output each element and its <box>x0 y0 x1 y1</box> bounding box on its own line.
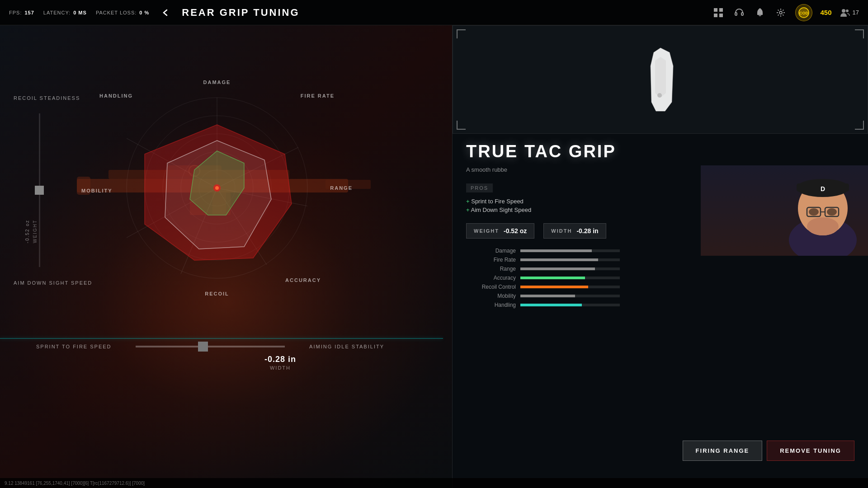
stat-bar-fill <box>520 267 595 270</box>
stat-bar-row: Recoil Control <box>466 284 854 290</box>
back-button[interactable] <box>158 5 173 20</box>
stat-bar-label: Recoil Control <box>466 284 516 290</box>
main-content: RECOIL STEADINESS -0.52 oz WEIGHT AIM DO… <box>0 25 452 488</box>
recoil-steadiness-section: RECOIL STEADINESS <box>14 95 80 101</box>
fps-stat: FPS: 157 <box>9 10 34 15</box>
fps-value: 157 <box>24 10 34 15</box>
svg-rect-1 <box>719 8 723 12</box>
firing-range-button[interactable]: FIRING RANGE <box>683 441 763 461</box>
debug-coords: 9.12 13849161 [76,255,1740,41] [7000][6]… <box>5 481 145 486</box>
latency-value: 0 MS <box>73 10 87 15</box>
section-divider <box>0 338 443 339</box>
weight-label-vertical: WEIGHT <box>33 220 38 243</box>
svg-point-45 <box>809 208 819 216</box>
grip-svg-icon <box>633 43 688 116</box>
stat-bar-fill <box>520 295 575 297</box>
stat-bar-row: Range <box>466 266 854 272</box>
stat-bar-row: Fire Rate <box>466 257 854 263</box>
svg-text:COD: COD <box>799 11 809 15</box>
width-slider-thumb[interactable] <box>198 342 208 352</box>
weight-label-text: WEIGHT <box>33 220 38 243</box>
aim-down-sight-section: AIM DOWN SIGHT SPEED <box>14 280 92 286</box>
aiming-idle-label: AIMING IDLE STABILITY <box>294 344 384 349</box>
slider-bg <box>136 346 285 347</box>
svg-point-6 <box>779 11 782 14</box>
stat-bar-row: Mobility <box>466 293 854 299</box>
corner-tl <box>457 29 466 38</box>
stats-bar: FPS: 157 LATENCY: 0 MS PACKET LOSS: 0 % <box>9 10 149 15</box>
page-title: REAR GRIP TUNING <box>182 7 299 19</box>
stat-bar-track <box>520 267 620 270</box>
friends-value: 17 <box>853 9 859 16</box>
currency-amount: 450 <box>821 9 832 16</box>
slider-value-number: -0.28 in <box>127 355 434 364</box>
radar-range-label: RANGE <box>330 185 353 191</box>
radar-chart: DAMAGE FIRE RATE RANGE ACCURACY RECOIL M… <box>90 84 344 292</box>
top-bar-left: FPS: 157 LATENCY: 0 MS PACKET LOSS: 0 % … <box>9 5 300 20</box>
currency-icon: COD <box>795 4 812 21</box>
weight-slider-track <box>39 113 40 267</box>
slider-row: SPRINT TO FIRE SPEED AIMING IDLE STABILI… <box>36 344 434 349</box>
grid-icon[interactable] <box>712 6 725 19</box>
weight-value-display: -0.52 oz <box>25 220 30 243</box>
stat-bar-row: Accuracy <box>466 275 854 281</box>
packet-loss-value: 0 % <box>139 10 149 15</box>
stat-bar-label: Mobility <box>466 293 516 299</box>
radar-handling-label: HANDLING <box>99 93 133 99</box>
packet-loss-label: PACKET LOSS: <box>96 10 137 15</box>
corner-bl <box>457 121 466 130</box>
aim-down-sight-label: AIM DOWN SIGHT SPEED <box>14 280 92 286</box>
streamer-silhouette: D <box>782 168 863 256</box>
stat-bar-label: Handling <box>466 302 516 308</box>
debug-bar: 9.12 13849161 [76,255,1740,41] [7000][6]… <box>0 478 868 488</box>
bell-icon[interactable] <box>754 6 766 19</box>
svg-rect-2 <box>714 14 717 17</box>
weight-slider-thumb[interactable] <box>35 186 44 195</box>
svg-point-35 <box>215 186 219 190</box>
bottom-sliders: SPRINT TO FIRE SPEED AIMING IDLE STABILI… <box>36 344 434 371</box>
stat-bar-fill <box>520 286 588 288</box>
stat-bar-track <box>520 304 620 306</box>
radar-recoil-label: RECOIL <box>205 291 229 296</box>
stat-bar-track <box>520 277 620 279</box>
headphone-icon[interactable] <box>733 6 745 19</box>
streamer-overlay: D <box>701 165 868 256</box>
stat-bar-label: Fire Rate <box>466 257 516 263</box>
svg-point-47 <box>807 217 839 235</box>
item-name: TRUE TAC GRIP <box>466 143 854 160</box>
svg-rect-5 <box>741 13 743 15</box>
friends-section: 17 <box>840 8 859 18</box>
stat-bar-row: Handling <box>466 302 854 308</box>
svg-point-9 <box>842 9 845 13</box>
radar-damage-label: DAMAGE <box>203 80 231 85</box>
width-slider-track <box>136 346 285 347</box>
action-buttons: FIRING RANGE REMOVE TUNING <box>683 441 854 461</box>
weight-tuning-badge: WEIGHT -0.52 oz <box>466 223 534 239</box>
svg-point-36 <box>657 93 662 98</box>
item-image-area <box>453 25 868 134</box>
stat-bar-track <box>520 249 620 252</box>
radar-firerate-label: FIRE RATE <box>301 93 335 99</box>
weight-tuning-label: WEIGHT <box>474 228 499 234</box>
top-bar: FPS: 157 LATENCY: 0 MS PACKET LOSS: 0 % … <box>0 0 868 25</box>
svg-point-10 <box>846 9 849 12</box>
stat-bar-label: Accuracy <box>466 275 516 281</box>
stats-section: DamageFire RateRangeAccuracyRecoil Contr… <box>466 248 854 308</box>
radar-accuracy-label: ACCURACY <box>285 277 321 283</box>
width-tuning-value: -0.28 in <box>576 227 598 235</box>
remove-tuning-button[interactable]: REMOVE TUNING <box>767 441 854 461</box>
stat-bar-fill <box>520 277 585 279</box>
weight-vertical-label: -0.52 oz <box>25 220 30 243</box>
radar-mobility-label: MOBILITY <box>81 188 113 193</box>
sprint-to-fire-label: SPRINT TO FIRE SPEED <box>36 344 127 349</box>
latency-label: LATENCY: <box>43 10 71 15</box>
settings-icon[interactable] <box>774 6 787 19</box>
slider-value-display: -0.28 in WIDTH <box>127 355 434 371</box>
stat-bar-track <box>520 286 620 288</box>
svg-rect-3 <box>719 14 723 17</box>
fps-label: FPS: <box>9 10 22 15</box>
right-panel: D TRUE TAC GRIP A smooth rubbe PROS Spri… <box>452 25 868 488</box>
slider-value-unit: WIDTH <box>127 365 434 371</box>
corner-tr <box>855 29 864 38</box>
svg-rect-0 <box>714 8 717 12</box>
